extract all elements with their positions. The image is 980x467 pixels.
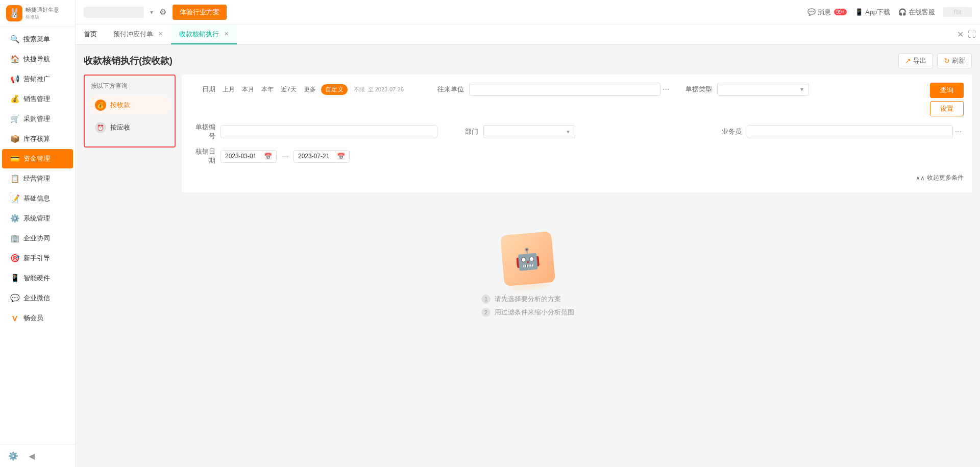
sidebar-item-vip[interactable]: V 畅会员 xyxy=(2,308,73,328)
service-icon: 🎧 xyxy=(898,8,906,16)
collapse-label: 收起更多条件 xyxy=(927,174,964,182)
dept-dropdown-icon: ▾ xyxy=(567,128,570,135)
topbar-dropdown-icon[interactable]: ▾ xyxy=(150,9,153,16)
online-service-button[interactable]: 🎧 在线客服 xyxy=(898,8,935,17)
refresh-button[interactable]: ↻ 刷新 xyxy=(937,53,972,68)
app-download-label: App下载 xyxy=(865,8,890,17)
collapse-sidebar-icon[interactable]: ◀ xyxy=(29,451,35,461)
receipt-option-icon: 💰 xyxy=(95,100,106,111)
logo-text-block: 畅捷通好生意 标准版 xyxy=(26,6,59,20)
topbar-gear-icon[interactable]: ⚙ xyxy=(159,7,166,17)
app-download-button[interactable]: 📱 App下载 xyxy=(855,8,890,17)
message-icon: 💬 xyxy=(807,8,816,16)
calendar-start-icon: 📅 xyxy=(264,153,272,160)
tab-writeoff-close-icon[interactable]: ✕ xyxy=(224,31,229,37)
empty-tip-1: 1 请先选择要分析的方案 xyxy=(481,294,574,304)
sidebar-item-inventory[interactable]: 📦 库存核算 xyxy=(2,129,73,149)
user-avatar[interactable]: Rit xyxy=(943,7,972,17)
tab-writeoff[interactable]: 收款核销执行 ✕ xyxy=(171,24,237,44)
export-button[interactable]: ↗ 导出 xyxy=(898,53,933,68)
message-button[interactable]: 💬 消息 99+ xyxy=(807,8,847,17)
tip-num-2: 2 xyxy=(481,308,491,317)
topbar-search-placeholder xyxy=(84,7,144,18)
empty-tip-2-text: 用过滤条件来缩小分析范围 xyxy=(495,308,574,317)
date-last-month[interactable]: 上月 xyxy=(220,84,237,95)
topbar: ▾ ⚙ 体验行业方案 💬 消息 99+ 📱 App下载 🎧 在线客服 Rit xyxy=(76,0,980,24)
counterpart-dots-icon[interactable]: ··· xyxy=(660,85,671,94)
sidebar-item-label: 资金管理 xyxy=(23,154,50,163)
collapse-more-conditions-button[interactable]: ∧∧ 收起更多条件 xyxy=(190,171,964,184)
empty-illustration: 🤖 xyxy=(500,231,555,286)
logo-icon: 🐰 xyxy=(6,5,22,21)
query-button[interactable]: 查询 xyxy=(930,83,964,98)
sidebar-item-system[interactable]: ⚙️ 系统管理 xyxy=(2,209,73,228)
salesperson-input[interactable] xyxy=(747,125,953,138)
industry-solution-button[interactable]: 体验行业方案 xyxy=(173,5,227,20)
tab-prepay-label: 预付冲应付单 xyxy=(113,30,153,39)
finance-icon: 💳 xyxy=(10,154,19,163)
filter-option-by-receivable[interactable]: ⏰ 按应收 xyxy=(89,118,170,137)
inventory-icon: 📦 xyxy=(10,134,19,143)
sidebar-item-label: 智能硬件 xyxy=(23,274,50,283)
filter-area: 按以下方查询 💰 按收款 ⏰ 按应收 日期 xyxy=(84,75,972,192)
basic-icon: 📝 xyxy=(10,194,19,203)
tab-home[interactable]: 首页 xyxy=(76,24,105,44)
user-name: Rit xyxy=(953,8,962,16)
counterpart-input[interactable] xyxy=(469,83,660,96)
sidebar-item-hardware[interactable]: 📱 智能硬件 xyxy=(2,268,73,288)
sidebar-bottom: ⚙️ ◀ xyxy=(0,445,75,467)
filter-option-receivable-label: 按应收 xyxy=(110,123,130,132)
dept-select[interactable]: ▾ xyxy=(483,125,575,138)
sidebar-item-quicknav[interactable]: 🏠 快捷导航 xyxy=(2,50,73,69)
date-more[interactable]: 更多 xyxy=(302,84,318,95)
home-icon: 🏠 xyxy=(10,55,19,64)
sidebar-item-label: 采购管理 xyxy=(23,114,50,124)
settings-bottom-icon[interactable]: ⚙️ xyxy=(8,451,18,461)
sidebar-item-operations[interactable]: 📋 经营管理 xyxy=(2,169,73,188)
tab-prepay-close-icon[interactable]: ✕ xyxy=(158,31,163,37)
date-7-days[interactable]: 近7天 xyxy=(279,84,299,95)
tip-num-1: 1 xyxy=(481,294,491,304)
writeoff-date-start-picker[interactable]: 2023-03-01 📅 xyxy=(220,150,277,163)
date-custom[interactable]: 自定义 xyxy=(321,84,348,95)
salesperson-dots-icon[interactable]: ··· xyxy=(953,127,964,136)
message-badge: 99+ xyxy=(834,9,847,15)
sidebar-item-guide[interactable]: 🎯 新手引导 xyxy=(2,249,73,268)
sidebar-item-label: 企业协同 xyxy=(23,234,50,243)
sidebar-item-search[interactable]: 🔍 搜索菜单 xyxy=(2,30,73,49)
salesperson-label: 业务员 xyxy=(706,127,742,136)
maximize-icon[interactable]: ⛶ xyxy=(968,30,976,39)
sidebar-item-enterprise[interactable]: 🏢 企业协同 xyxy=(2,229,73,248)
bill-type-select[interactable]: ▾ xyxy=(717,83,809,96)
sidebar-item-basic[interactable]: 📝 基础信息 xyxy=(2,189,73,208)
sidebar-item-label: 搜索菜单 xyxy=(23,35,50,44)
sales-icon: 💰 xyxy=(10,94,19,104)
date-range-separator: — xyxy=(282,153,288,160)
receivable-option-icon: ⏰ xyxy=(95,122,106,133)
sidebar-item-label: 库存核算 xyxy=(23,134,50,143)
sidebar-item-label: 销售管理 xyxy=(23,94,50,104)
settings-button[interactable]: 设置 xyxy=(930,101,964,116)
sidebar-item-purchase[interactable]: 🛒 采购管理 xyxy=(2,109,73,129)
tab-writeoff-label: 收款核销执行 xyxy=(179,30,219,39)
enterprise-icon: 🏢 xyxy=(10,234,19,243)
sidebar-item-marketing[interactable]: 📢 营销推广 xyxy=(2,69,73,89)
filter-option-by-receipt[interactable]: 💰 按收款 xyxy=(89,95,170,115)
sidebar-item-label: 营销推广 xyxy=(23,75,50,84)
sidebar-item-sales[interactable]: 💰 销售管理 xyxy=(2,89,73,109)
date-this-year[interactable]: 本年 xyxy=(259,84,276,95)
sidebar-item-wechat[interactable]: 💬 企业微信 xyxy=(2,288,73,308)
sidebar-item-finance[interactable]: 💳 资金管理 xyxy=(2,149,73,168)
writeoff-date-end-picker[interactable]: 2023-07-21 📅 xyxy=(293,150,350,163)
close-all-tabs-icon[interactable]: ✕ xyxy=(957,30,964,39)
app-name: 畅捷通好生意 xyxy=(26,6,59,13)
phone-icon: 📱 xyxy=(855,8,863,16)
vip-icon: V xyxy=(10,314,19,323)
message-label: 消息 xyxy=(818,8,831,17)
date-this-month[interactable]: 本月 xyxy=(240,84,256,95)
page-actions: ↗ 导出 ↻ 刷新 xyxy=(898,53,972,68)
sidebar-item-label: 新手引导 xyxy=(23,254,50,263)
system-icon: ⚙️ xyxy=(10,214,19,223)
tab-prepay[interactable]: 预付冲应付单 ✕ xyxy=(105,24,171,44)
bill-no-input[interactable] xyxy=(220,125,437,138)
